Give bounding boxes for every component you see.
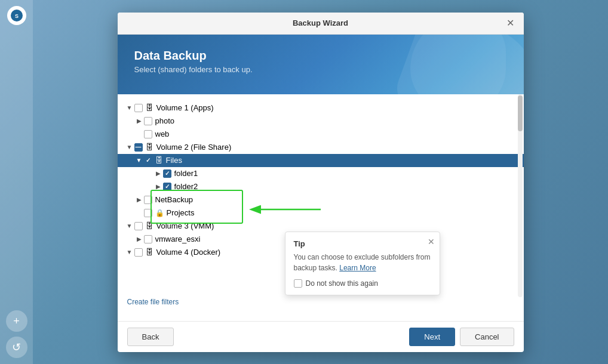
tip-popup: ✕ Tip You can choose to exclude subfolde… <box>285 232 440 295</box>
back-button[interactable]: Back <box>127 328 174 346</box>
learn-more-link[interactable]: Learn More <box>339 264 376 272</box>
expand-icon[interactable]: ▼ <box>125 221 134 231</box>
tree-item[interactable]: ▶ NetBackup <box>118 193 524 206</box>
item-label: folder1 <box>174 169 198 178</box>
taskbar: S <box>0 0 33 364</box>
item-label: Projects <box>167 208 195 217</box>
scrollbar-thumb[interactable] <box>518 95 523 131</box>
tree-item[interactable]: ▶ folder2 <box>118 180 524 193</box>
expand-icon[interactable]: ▼ <box>125 143 134 152</box>
item-checkbox[interactable] <box>144 235 152 243</box>
item-label: web <box>155 129 170 138</box>
volume-icon: 🗄 <box>146 248 153 257</box>
item-label: vmware_esxi <box>155 235 201 243</box>
create-filters-link[interactable]: Create file filters <box>127 298 179 306</box>
cancel-button[interactable]: Cancel <box>460 328 514 346</box>
item-label: folder2 <box>174 182 198 191</box>
expand-icon[interactable]: ▶ <box>134 235 144 244</box>
scrollbar-track[interactable] <box>518 94 523 297</box>
lock-icon: 🔒 <box>155 209 164 217</box>
tree-item[interactable]: ▶ folder1 <box>118 167 524 180</box>
tree-item[interactable]: 🔒 Projects <box>118 206 524 220</box>
tip-text: You can choose to exclude subfolders fro… <box>294 252 431 273</box>
item-checkbox[interactable] <box>144 196 152 204</box>
expand-icon[interactable]: ▼ <box>134 156 144 165</box>
tip-title: Tip <box>294 239 431 248</box>
item-checkbox[interactable] <box>163 169 171 178</box>
header-title: Data Backup <box>134 49 507 63</box>
expand-icon[interactable]: ▼ <box>125 248 134 257</box>
volume-icon: 🗄 <box>146 143 153 152</box>
item-label: Volume 1 (Apps) <box>156 103 214 112</box>
item-checkbox[interactable] <box>134 222 143 230</box>
item-checkbox[interactable] <box>144 117 152 125</box>
item-label: NetBackup <box>155 195 194 204</box>
expand-icon[interactable] <box>134 129 144 139</box>
tree-item[interactable]: ▼ 🗄 Volume 3 (VMM) <box>118 220 524 233</box>
expand-icon[interactable]: ▶ <box>153 169 163 178</box>
item-checkbox[interactable] <box>134 104 143 112</box>
close-button[interactable]: ✕ <box>505 17 517 29</box>
tree-item-selected[interactable]: ▼ 🗄 Files <box>118 154 524 167</box>
do-not-show-label: Do not show this again <box>306 279 378 288</box>
next-button[interactable]: Next <box>409 328 455 346</box>
tree-item[interactable]: ▼ 🗄 Volume 1 (Apps) <box>118 101 524 115</box>
item-checkbox[interactable] <box>134 248 143 257</box>
item-checkbox[interactable] <box>144 209 152 217</box>
item-label: Files <box>166 156 182 165</box>
history-button[interactable]: ↺ <box>6 337 27 358</box>
dialog-title: Backup Wizard <box>137 18 505 27</box>
volume-icon: 🗄 <box>146 221 153 230</box>
tree-item[interactable]: ▶ photo <box>118 115 524 128</box>
volume-icon: 🗄 <box>146 103 153 112</box>
tip-close-button[interactable]: ✕ <box>428 237 435 246</box>
tip-checkbox-row: Do not show this again <box>294 279 431 288</box>
item-label: photo <box>155 116 175 125</box>
item-checkbox[interactable] <box>144 156 152 165</box>
expand-icon[interactable] <box>134 208 144 218</box>
expand-icon[interactable]: ▶ <box>134 116 144 126</box>
backup-wizard-dialog: Backup Wizard ✕ Data Backup Select (shar… <box>118 13 524 352</box>
item-checkbox[interactable] <box>163 183 171 191</box>
item-checkbox[interactable] <box>144 130 152 138</box>
expand-icon[interactable]: ▶ <box>153 182 163 192</box>
tree-item[interactable]: web <box>118 128 524 141</box>
do-not-show-checkbox[interactable] <box>294 279 302 288</box>
dialog-footer: Back Next Cancel <box>118 321 524 352</box>
item-label: Volume 2 (File Share) <box>156 143 232 152</box>
item-label: Volume 4 (Docker) <box>156 248 221 257</box>
svg-text:S: S <box>14 13 18 19</box>
item-checkbox[interactable] <box>134 143 143 152</box>
add-button[interactable]: + <box>6 310 27 332</box>
right-buttons: Next Cancel <box>409 328 514 346</box>
header-subtitle: Select (shared) folders to back up. <box>134 65 507 74</box>
expand-icon[interactable]: ▼ <box>125 103 134 113</box>
app-logo: S <box>7 6 26 25</box>
dialog-overlay: Backup Wizard ✕ Data Backup Select (shar… <box>33 0 608 364</box>
tree-item[interactable]: ▼ 🗄 Volume 2 (File Share) <box>118 141 524 154</box>
footer-area: Create file filters <box>118 297 524 311</box>
taskbar-bottom: + ↺ <box>0 310 33 364</box>
dialog-titlebar: Backup Wizard ✕ <box>118 13 524 35</box>
dialog-header: Data Backup Select (shared) folders to b… <box>118 35 524 94</box>
folder-icon: 🗄 <box>155 156 163 165</box>
item-label: Volume 3 (VMM) <box>156 221 214 230</box>
expand-icon[interactable]: ▶ <box>134 195 144 205</box>
